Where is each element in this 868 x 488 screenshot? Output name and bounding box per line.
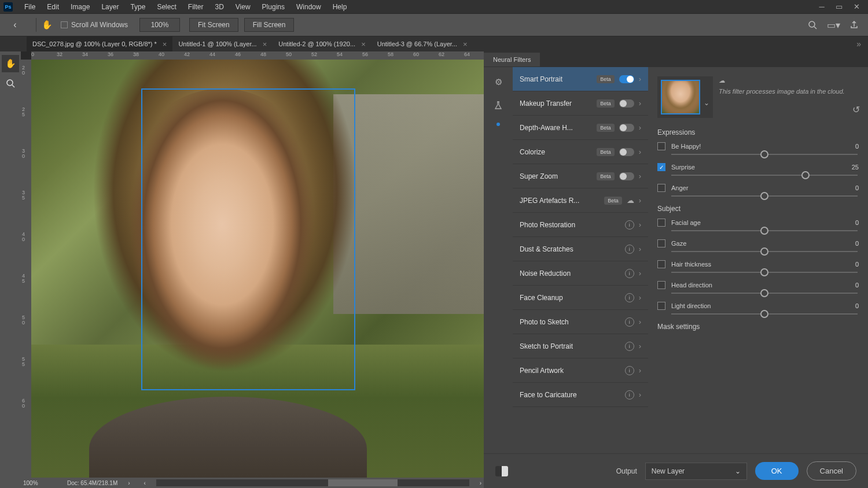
slider-checkbox[interactable] [657,163,665,171]
fit-screen-button[interactable]: Fit Screen [189,18,238,32]
tab-close-icon[interactable]: × [163,40,167,49]
slider-handle[interactable] [760,289,768,297]
filter-row[interactable]: Makeup TransferBeta› [513,91,648,116]
document-tab[interactable]: Untitled-1 @ 100% (Layer...× [172,36,273,51]
close-icon[interactable]: ✕ [848,1,865,13]
slider-track[interactable] [671,272,858,273]
menu-type[interactable]: Type [124,1,151,13]
slider-track[interactable] [671,293,858,294]
menu-window[interactable]: Window [290,1,327,13]
status-zoom[interactable]: 100% [23,480,57,486]
minimize-icon[interactable]: ─ [814,1,830,13]
filter-row[interactable]: Pencil Artworki› [513,358,648,383]
menu-image[interactable]: Image [65,1,95,13]
layer-mask-icon[interactable] [495,466,508,476]
slider-handle[interactable] [760,227,768,235]
face-dropdown-icon[interactable]: ⌄ [704,87,709,107]
face-thumbnail[interactable] [661,80,700,114]
hand-tool-button[interactable]: ✋ [2,55,19,72]
filter-row[interactable]: JPEG Artefacts R...Beta☁› [513,188,648,213]
status-menu-icon[interactable]: › [128,480,130,486]
slider-checkbox[interactable] [657,239,665,247]
filter-row[interactable]: Dust & Scratchesi› [513,237,648,261]
filter-row[interactable]: Sketch to Portraiti› [513,334,648,358]
info-icon[interactable]: i [625,293,634,302]
tab-close-icon[interactable]: × [361,40,366,49]
menu-plugins[interactable]: Plugins [256,1,290,13]
filter-row[interactable]: Face Cleanupi› [513,286,648,310]
menu-layer[interactable]: Layer [95,1,124,13]
ruler-vertical: 202530354045505560 [21,60,31,478]
slider-checkbox[interactable] [657,142,665,150]
menu-3d[interactable]: 3D [209,1,229,13]
share-icon[interactable] [847,18,861,32]
info-icon[interactable]: i [625,269,634,278]
info-icon[interactable]: i [625,317,634,327]
menu-file[interactable]: File [19,1,41,13]
slider-handle[interactable] [760,247,768,256]
scroll-all-checkbox[interactable] [61,21,68,28]
info-icon[interactable]: i [625,220,634,230]
search-icon[interactable] [806,18,819,32]
slider-checkbox[interactable] [657,302,665,310]
tab-close-icon[interactable]: × [263,40,267,49]
slider-handle[interactable] [801,171,810,179]
slider-handle[interactable] [760,310,768,318]
zoom-input[interactable]: 100% [139,18,180,32]
tabs-overflow-icon[interactable]: » [856,39,868,49]
filter-row[interactable]: Photo Restorationi› [513,213,648,237]
filter-row[interactable]: Noise Reductioni› [513,261,648,286]
download-cloud-icon[interactable]: ☁ [627,196,634,205]
slider-track[interactable] [671,230,858,231]
fill-screen-button[interactable]: Fill Screen [244,18,295,32]
slider-checkbox[interactable] [657,184,665,192]
tab-close-icon[interactable]: × [463,40,468,49]
h-scrollbar[interactable] [156,479,469,486]
filter-toggle[interactable] [619,99,634,108]
ok-button[interactable]: OK [755,462,799,480]
zoom-tool-button[interactable] [2,75,19,92]
menu-help[interactable]: Help [327,1,353,13]
info-icon[interactable]: i [625,390,634,400]
slider-track[interactable] [671,154,858,155]
slider-track[interactable] [671,175,858,176]
menu-select[interactable]: Select [151,1,182,13]
info-icon[interactable]: i [625,245,634,254]
slider-track[interactable] [671,313,858,315]
document-tab[interactable]: Untitled-3 @ 66.7% (Layer...× [372,36,473,51]
reset-icon[interactable]: ↺ [852,104,860,115]
document-tab[interactable]: Untitled-2 @ 100% (1920...× [273,36,371,51]
filter-row[interactable]: ColorizeBeta› [513,140,648,164]
info-icon[interactable]: i [625,366,634,375]
filter-row[interactable]: Smart PortraitBeta› [513,67,648,91]
back-button[interactable]: ‹ [7,17,23,33]
restore-icon[interactable]: ▭ [831,1,847,13]
document-tab[interactable]: DSC_0278.jpg @ 100% (Layer 0, RGB/8*) *× [27,36,172,51]
slider-handle[interactable] [760,150,768,158]
info-icon[interactable]: i [625,342,634,351]
slider-handle[interactable] [760,192,768,200]
workspace-icon[interactable]: ▭▾ [826,18,840,32]
slider-track[interactable] [671,251,858,252]
filter-toggle[interactable] [619,148,634,156]
filter-toggle[interactable] [619,75,634,83]
cancel-button[interactable]: Cancel [807,461,856,480]
canvas[interactable] [31,60,484,478]
filter-row[interactable]: Depth-Aware H...Beta› [513,116,648,140]
beta-category-icon[interactable] [491,98,505,112]
slider-checkbox[interactable] [657,260,665,268]
slider-checkbox[interactable] [657,219,665,227]
menu-filter[interactable]: Filter [182,1,209,13]
filter-row[interactable]: Super ZoomBeta› [513,164,648,188]
filter-toggle[interactable] [619,172,634,180]
menu-edit[interactable]: Edit [41,1,65,13]
slider-checkbox[interactable] [657,281,665,289]
slider-track[interactable] [671,195,858,197]
slider-handle[interactable] [760,268,768,276]
filter-row[interactable]: Photo to Sketchi› [513,310,648,334]
menu-view[interactable]: View [230,1,256,13]
featured-category-icon[interactable]: ⚙ [491,75,505,89]
filter-toggle[interactable] [619,124,634,132]
output-select[interactable]: New Layer⌄ [645,463,747,480]
filter-row[interactable]: Face to Caricaturei› [513,383,648,407]
